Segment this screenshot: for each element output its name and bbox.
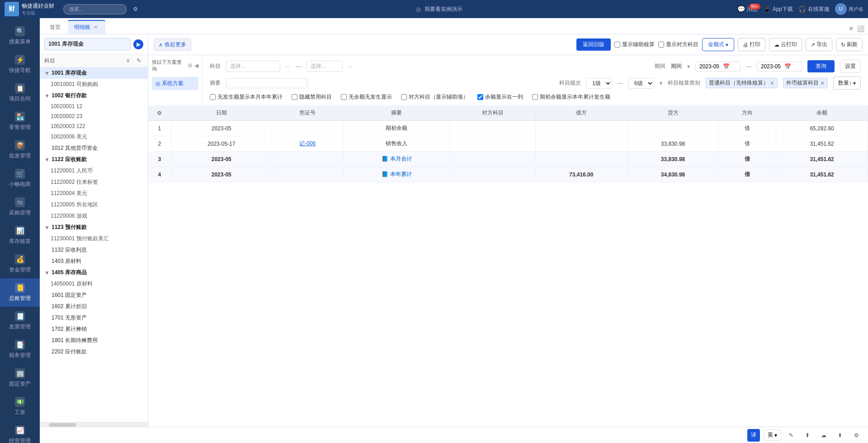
no-balance-hide-checkbox[interactable] xyxy=(341,94,347,100)
account-tree-item-10010001[interactable]: 10010001 司购购购 xyxy=(40,79,148,90)
account-tree-item-1801[interactable]: 1801 长期待摊费用 xyxy=(40,335,148,346)
settings-btn[interactable]: 设置 xyxy=(840,60,861,73)
account-level-to-select[interactable]: 6级 xyxy=(628,78,654,89)
account-tree-item-1403[interactable]: 1403 原材料 xyxy=(40,256,148,267)
account-tree-item-11220006[interactable]: 11220006 游戏 xyxy=(40,210,148,222)
account-tree-item-1701[interactable]: 1701 无形资产 xyxy=(40,312,148,324)
account-filter-input-to[interactable]: 选择... xyxy=(307,61,343,72)
sidebar-item-retail[interactable]: 🏪 零售管理 xyxy=(0,107,40,136)
row-2-voucher[interactable]: 记-006 xyxy=(272,136,343,152)
return-old-btn[interactable]: 返回旧版 xyxy=(576,38,611,51)
sidebar-item-ecommerce-label: 小畅电商 xyxy=(9,181,31,188)
search-btn[interactable]: 查询 xyxy=(807,60,835,72)
account-tree-item-10020003[interactable]: 10020003 122 xyxy=(40,121,148,131)
sidebar-item-ledger[interactable]: 📒 总账管理 xyxy=(0,278,40,307)
account-tree-item-2202[interactable]: 2202 应付账款 xyxy=(40,346,148,357)
period-end-input[interactable]: 2023-05 📅 xyxy=(757,62,802,71)
level-dropdown-icon[interactable]: ▾ xyxy=(660,80,662,86)
lang-switch-btn[interactable]: 英 ▾ xyxy=(764,429,781,441)
panel-menu-btn[interactable]: ≡ xyxy=(123,56,132,65)
account-tree-item-11220005[interactable]: 11220005 所在地区 xyxy=(40,199,148,210)
refresh-btn[interactable]: ↻ 刷新 xyxy=(836,38,863,51)
account-tree-item-1001[interactable]: ▼ 1001 库存现金 xyxy=(40,67,148,79)
panel-edit-btn[interactable]: ✎ xyxy=(134,56,143,65)
sidebar-item-search-menu[interactable]: 🔍 搜索菜单 xyxy=(0,22,40,50)
tab-ledger-detail[interactable]: 明细账 ✕ xyxy=(68,20,105,34)
filter-collapse-icon[interactable]: ◀ xyxy=(194,62,198,69)
bottom-btn-cloud-upload[interactable]: ⬆ xyxy=(801,429,814,442)
collapse-filter-btn[interactable]: ∧ 收起更多 xyxy=(154,38,191,51)
quantity-btn[interactable]: 数量↓ ▾ xyxy=(833,76,861,90)
account-tree-item-10020001[interactable]: 10020001 12 xyxy=(40,101,148,111)
print-btn[interactable]: 🖨 打印 xyxy=(738,38,765,51)
tab-home[interactable]: 首页 xyxy=(43,21,67,34)
message-btn[interactable]: 💬 消息 99+ xyxy=(737,5,758,13)
period-start-input[interactable]: 2023-05 📅 xyxy=(695,62,741,71)
sidebar-item-tax[interactable]: 📑 税务管理 xyxy=(0,335,40,364)
left-panel-scrollbar[interactable] xyxy=(40,422,148,427)
account-type-foreign-remove-btn[interactable]: ✕ xyxy=(820,80,825,86)
opposite-account-checkbox[interactable] xyxy=(401,94,407,100)
account-filter-input[interactable]: 选择... xyxy=(226,61,280,72)
bottom-btn-cloud[interactable]: ☁ xyxy=(817,429,830,442)
sidebar-item-wholesale[interactable]: 📦 批发管理 xyxy=(0,136,40,164)
sidebar-item-inventory[interactable]: 📊 库存核算 xyxy=(0,221,40,250)
close-window-btn[interactable]: ✕ xyxy=(849,25,854,32)
purchase-icon: 🛍 xyxy=(15,197,25,207)
account-type-normal-remove-btn[interactable]: ✕ xyxy=(770,80,774,86)
account-tree-item-1012[interactable]: 1012 其他货币资金 xyxy=(40,143,148,154)
account-tree-item-1002[interactable]: ▼ 1002 银行存款 xyxy=(40,90,148,101)
gear-settings[interactable]: ⚙ xyxy=(129,4,142,14)
account-tree-item-11220001[interactable]: 11220001 人民币 xyxy=(40,165,148,176)
sidebar-item-project-contract[interactable]: 📋 项目合同 xyxy=(0,79,40,107)
online-service-btn[interactable]: 🎧 在线客服 xyxy=(798,5,830,13)
demo-link[interactable]: 我要看实例演示 xyxy=(425,5,462,13)
sidebar-item-purchase[interactable]: 🛍 采购管理 xyxy=(0,193,40,221)
sidebar-item-ledger-label: 总账管理 xyxy=(9,295,31,302)
navigate-next-btn[interactable]: ▶ xyxy=(133,39,143,49)
account-tree-item-10020002[interactable]: 10020002 23 xyxy=(40,111,148,121)
account-tree-item-1405[interactable]: ▼ 1405 库存商品 xyxy=(40,267,148,278)
sidebar-item-salary[interactable]: 💵 工资 xyxy=(0,392,40,421)
filter-config-icon[interactable]: ⚙ xyxy=(188,62,193,69)
sidebar-item-business[interactable]: 📈 经营管理 xyxy=(0,421,40,443)
account-tree-item-10020006[interactable]: 10020006 美元 xyxy=(40,131,148,143)
sidebar-item-fixed-assets[interactable]: 🏢 固定资产 xyxy=(0,364,40,392)
sidebar-item-ecommerce[interactable]: 🛒 小畅电商 xyxy=(0,164,40,193)
summary-input[interactable] xyxy=(226,78,307,88)
account-tree-item-1123[interactable]: ▼ 1123 预付账款 xyxy=(40,222,148,233)
show-aux-checkbox[interactable] xyxy=(614,42,620,48)
cloud-print-btn[interactable]: ☁ 云打印 xyxy=(769,38,802,51)
app-download-btn[interactable]: 📱 App下载 xyxy=(763,5,793,13)
user-area[interactable]: U 用户名 xyxy=(835,3,863,15)
sidebar-item-quick-nav[interactable]: ⚡ 快捷导航 xyxy=(0,50,40,79)
bottom-btn-settings[interactable]: ⚙ xyxy=(850,429,863,442)
no-balance-checkbox[interactable] xyxy=(210,94,216,100)
system-scheme-item[interactable]: ◎ 系统方案 xyxy=(152,77,198,90)
account-tree-item-11230001[interactable]: 11230001 预付账款美汇 xyxy=(40,233,148,244)
period-dropdown-icon[interactable]: ▾ xyxy=(687,63,690,70)
export-btn[interactable]: ↗ 导出 xyxy=(806,38,832,51)
beginning-balance-checkbox[interactable] xyxy=(532,94,538,100)
account-tree-item-14050001[interactable]: 14050001 原材料 xyxy=(40,278,148,290)
account-tree-item-11220002[interactable]: 11220002 往来标签 xyxy=(40,176,148,188)
amount-format-btn[interactable]: 金额式 ▾ xyxy=(702,38,734,51)
sidebar-item-invoice[interactable]: 🧾 发票管理 xyxy=(0,307,40,335)
account-tree-item-11220004[interactable]: 11220004 美元 xyxy=(40,188,148,199)
account-tree-item-1601[interactable]: 1601 固定资产 xyxy=(40,290,148,301)
account-tree-item-1602[interactable]: 1602 累计折旧 xyxy=(40,301,148,312)
account-tree-item-1702[interactable]: 1702 累计摊销 xyxy=(40,324,148,335)
sidebar-item-capital[interactable]: 💰 资金管理 xyxy=(0,250,40,278)
bottom-btn-edit[interactable]: ✎ xyxy=(785,429,797,442)
show-opposite-checkbox[interactable] xyxy=(658,42,664,48)
balance-one-col-checkbox[interactable] xyxy=(477,94,483,100)
account-tree-item-1122[interactable]: ▼ 1122 应收账款 xyxy=(40,154,148,165)
account-level-from-select[interactable]: 1级 xyxy=(586,78,612,89)
bottom-btn-download[interactable]: ⬇ xyxy=(834,429,846,442)
tab-ledger-close-icon[interactable]: ✕ xyxy=(92,24,99,31)
bottom-btn-translate[interactable]: 译 xyxy=(747,429,760,442)
account-tree-item-1132[interactable]: 1132 应收利息 xyxy=(40,244,148,256)
maximize-btn[interactable]: ⬜ xyxy=(857,25,864,32)
hide-disabled-checkbox[interactable] xyxy=(292,94,297,100)
sidebar: 🔍 搜索菜单 ⚡ 快捷导航 📋 项目合同 🏪 零售管理 📦 批发管理 🛒 小畅电… xyxy=(0,18,40,443)
